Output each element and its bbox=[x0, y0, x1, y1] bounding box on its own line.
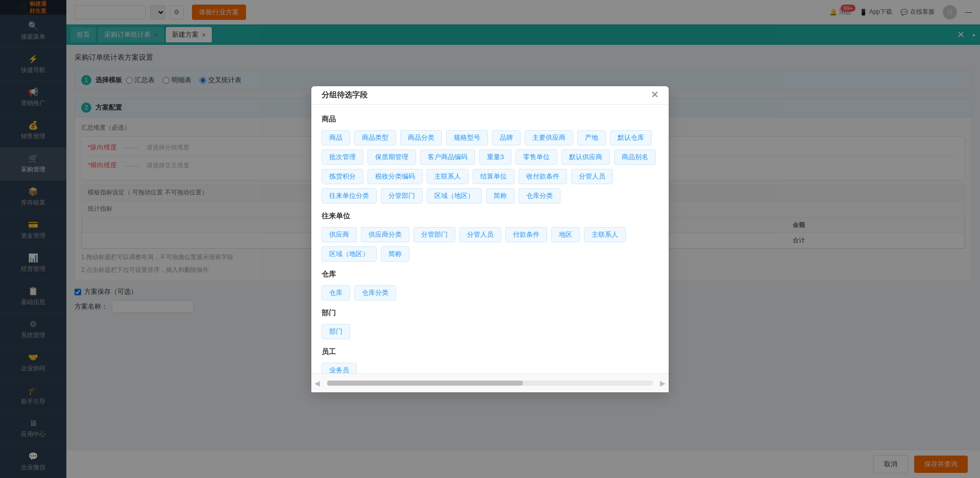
field-chip[interactable]: 主联系人 bbox=[584, 227, 626, 242]
field-chip[interactable]: 结算单位 bbox=[473, 169, 514, 184]
field-chip[interactable]: 供应商分类 bbox=[361, 227, 409, 242]
modal-title: 分组待选字段 bbox=[322, 90, 368, 100]
field-chip[interactable]: 收付款条件 bbox=[519, 169, 567, 184]
field-chip[interactable]: 默认供应商 bbox=[561, 149, 610, 165]
field-chip[interactable]: 重量3 bbox=[479, 149, 511, 165]
scrollbar-thumb bbox=[327, 381, 523, 386]
field-chip[interactable]: 品牌 bbox=[492, 130, 521, 145]
field-chip[interactable]: 税收分类编码 bbox=[368, 169, 423, 184]
field-grid-product: 商品 商品类型 商品分类 规格型号 品牌 主要供应商 产地 默认仓库 批次管理 … bbox=[322, 130, 658, 204]
field-chip[interactable]: 零售单位 bbox=[516, 149, 557, 165]
modal-dialog: 分组待选字段 ✕ 商品 商品 商品类型 商品分类 规格型号 品牌 主要供应商 产… bbox=[311, 86, 669, 392]
field-chip[interactable]: 规格型号 bbox=[446, 130, 488, 145]
section-title-product: 商品 bbox=[322, 115, 658, 124]
modal-footer-scrollbar: ◀ ▶ bbox=[311, 373, 669, 392]
scroll-right-btn[interactable]: ▶ bbox=[657, 379, 669, 387]
field-chip[interactable]: 地区 bbox=[551, 227, 580, 242]
field-chip[interactable]: 默认仓库 bbox=[610, 130, 652, 145]
modal-close-button[interactable]: ✕ bbox=[651, 90, 658, 99]
field-chip[interactable]: 批次管理 bbox=[322, 149, 363, 165]
field-chip[interactable]: 简称 bbox=[381, 246, 409, 262]
field-chip[interactable]: 商品分类 bbox=[400, 130, 442, 145]
field-chip[interactable]: 客户商品编码 bbox=[420, 149, 475, 165]
field-chip[interactable]: 区域（地区） bbox=[427, 188, 482, 204]
section-title-warehouse: 仓库 bbox=[322, 270, 658, 279]
field-chip[interactable]: 仓库分类 bbox=[519, 188, 560, 204]
horizontal-scrollbar[interactable] bbox=[327, 381, 653, 386]
field-chip[interactable]: 分管人员 bbox=[571, 169, 613, 184]
section-title-dept: 部门 bbox=[322, 309, 658, 318]
field-grid-warehouse: 仓库 仓库分类 bbox=[322, 285, 658, 300]
field-chip[interactable]: 简称 bbox=[486, 188, 514, 204]
section-title-partner: 往来单位 bbox=[322, 212, 658, 221]
field-chip[interactable]: 产地 bbox=[577, 130, 606, 145]
field-chip[interactable]: 供应商 bbox=[322, 227, 357, 242]
section-title-employee: 员工 bbox=[322, 347, 658, 357]
field-chip[interactable]: 区域（地区） bbox=[322, 246, 377, 262]
field-chip[interactable]: 主要供应商 bbox=[525, 130, 573, 145]
field-chip[interactable]: 分管部门 bbox=[413, 227, 455, 242]
field-chip[interactable]: 商品类型 bbox=[354, 130, 396, 145]
field-chip[interactable]: 仓库 bbox=[322, 285, 350, 300]
scroll-left-btn[interactable]: ◀ bbox=[311, 379, 323, 387]
modal-overlay[interactable]: 分组待选字段 ✕ 商品 商品 商品类型 商品分类 规格型号 品牌 主要供应商 产… bbox=[0, 0, 980, 478]
modal-body[interactable]: 商品 商品 商品类型 商品分类 规格型号 品牌 主要供应商 产地 默认仓库 批次… bbox=[311, 105, 669, 373]
field-chip[interactable]: 往来单位分类 bbox=[322, 188, 377, 204]
field-chip[interactable]: 业务员 bbox=[322, 363, 357, 373]
field-chip[interactable]: 商品 bbox=[322, 130, 350, 145]
field-chip[interactable]: 分管部门 bbox=[381, 188, 423, 204]
field-chip[interactable]: 分管人员 bbox=[459, 227, 501, 242]
field-chip[interactable]: 主联系人 bbox=[427, 169, 469, 184]
field-chip[interactable]: 仓库分类 bbox=[354, 285, 396, 300]
field-grid-employee: 业务员 bbox=[322, 363, 658, 373]
field-chip[interactable]: 商品别名 bbox=[614, 149, 656, 165]
field-chip[interactable]: 部门 bbox=[322, 324, 350, 339]
field-grid-dept: 部门 bbox=[322, 324, 658, 339]
field-chip[interactable]: 拣货积分 bbox=[322, 169, 363, 184]
modal-header: 分组待选字段 ✕ bbox=[311, 86, 669, 105]
field-chip[interactable]: 保质期管理 bbox=[368, 149, 416, 165]
field-chip[interactable]: 付款条件 bbox=[505, 227, 547, 242]
field-grid-partner: 供应商 供应商分类 分管部门 分管人员 付款条件 地区 主联系人 区域（地区） … bbox=[322, 227, 658, 262]
